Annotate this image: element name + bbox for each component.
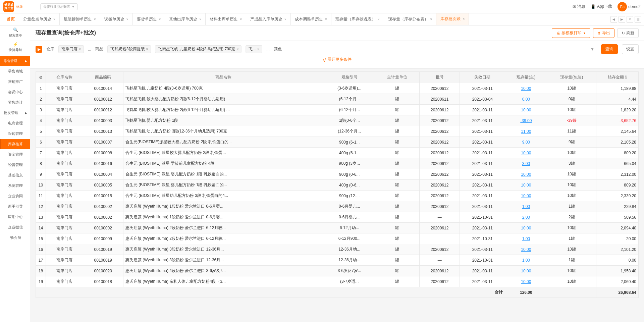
sidebar-item-wholesale[interactable]: 批发管理 ▶	[0, 108, 30, 118]
tab-close[interactable]: ×	[284, 17, 286, 21]
cell-qty[interactable]: 1.00	[505, 255, 547, 266]
sidebar-item-retail-mall[interactable]: 零售商城	[0, 66, 30, 76]
cell-qty[interactable]: -39.00	[505, 115, 547, 126]
sidebar-item-app-center[interactable]: 应用中心	[0, 212, 30, 222]
filter-expand-icon[interactable]: ▶	[36, 46, 42, 53]
tab-close[interactable]: ×	[463, 17, 465, 21]
tab-close[interactable]: ×	[199, 17, 201, 21]
tab-xiancunliang-zhuangkuang[interactable]: 现存量（库存状况表）×	[331, 13, 384, 25]
sidebar-item-system[interactable]: 系统管理	[0, 180, 30, 191]
warehouse-ellipsis[interactable]: ...	[88, 47, 91, 52]
goods-tag-close-2[interactable]: ×	[236, 47, 238, 51]
tab-xiancunliang-fenbu[interactable]: 现存量（库存分布表）×	[384, 13, 437, 25]
tab-diaobo[interactable]: 调拨单历史 ×	[100, 13, 133, 25]
settings-btn[interactable]: 设置	[622, 44, 639, 54]
tab-home[interactable]: 首页	[3, 13, 19, 25]
sidebar-item-purchase[interactable]: 采购管理	[0, 128, 30, 139]
refresh-btn[interactable]: ↻ 刷新	[617, 28, 639, 38]
goods-ellipsis[interactable]: ...	[266, 47, 270, 52]
cell-batch: —	[420, 212, 460, 223]
cell-amount: 509.56	[596, 212, 639, 223]
tab-chengpinruku[interactable]: 产成品入库单历史 ×	[246, 13, 291, 25]
cell-batch: 20200612	[420, 158, 460, 169]
tab-close[interactable]: ×	[126, 17, 128, 21]
cell-pkg: 1罐	[547, 201, 596, 212]
tab-close-btn[interactable]: ×	[627, 16, 633, 23]
goods-tag-close-3[interactable]: ×	[257, 47, 259, 51]
user-area[interactable]: Ea demo2	[618, 2, 641, 11]
sidebar-item-membership[interactable]: 会员中心	[0, 87, 30, 97]
tab-yaohuo[interactable]: 要货单历史 ×	[133, 13, 165, 25]
sidebar-item-enterprise[interactable]: 企业协同	[0, 191, 30, 201]
col-batch: 批号	[420, 72, 460, 83]
tab-close[interactable]: ×	[94, 17, 96, 21]
warehouse-tag-close[interactable]: ×	[79, 47, 81, 51]
goods-tag-close-1[interactable]: ×	[146, 47, 148, 51]
sidebar-item-finance[interactable]: 资金管理	[0, 149, 30, 160]
filter-toggle[interactable]: ▶	[36, 46, 42, 53]
tab-more-btn[interactable]: ☰	[635, 16, 641, 23]
search-btn[interactable]: 查询	[601, 44, 618, 54]
cell-code: 00100005	[83, 180, 123, 191]
tab-close[interactable]: ×	[53, 17, 55, 21]
cell-qty[interactable]: 11.00	[505, 126, 547, 137]
sidebar-item-member[interactable]: 畅会员	[0, 232, 30, 243]
cell-qty[interactable]: 10.00	[505, 266, 547, 276]
sidebar-item-basic-info[interactable]: 基础信息	[0, 170, 30, 180]
quick-nav[interactable]: ⚡ 快捷导航	[0, 40, 30, 54]
col-settings[interactable]: ⚙	[36, 72, 46, 83]
cell-qty[interactable]: 1.00	[505, 201, 547, 212]
filter-row: ▶ 仓库 南岸门店 × ... 商品 飞鹤奶粉3段两提装 × 飞鹤星飞帆 儿童奶…	[36, 44, 639, 54]
app-download-btn[interactable]: 📱 App下载	[591, 4, 612, 9]
sidebar-item-newbie[interactable]: 新手引导	[0, 201, 30, 212]
table-row: 2南岸门店00100012飞鹤星飞帆 较大婴儿配方奶粉 2段(6-12个月婴幼儿…	[36, 94, 639, 105]
cell-qty[interactable]: 10.00	[505, 148, 547, 158]
cell-qty[interactable]: 2.00	[505, 212, 547, 223]
goods-filter-tag-2[interactable]: 飞鹤星飞帆 儿童奶粉 4段(3-6岁适用) 700克 ×	[155, 45, 241, 53]
cell-qty[interactable]: 10.00	[505, 169, 547, 180]
sidebar-item-marketing[interactable]: 营销推广	[0, 76, 30, 87]
cell-qty[interactable]: 10.00	[505, 276, 547, 287]
tab-close[interactable]: ×	[325, 17, 327, 21]
tab-next-btn[interactable]: ▶	[619, 16, 625, 23]
search-menu[interactable]: 🔍 搜索菜单	[0, 25, 30, 40]
tab-close[interactable]: ×	[240, 17, 242, 21]
tab-pizhang[interactable]: 库存批次账 ×	[436, 13, 469, 25]
cell-spec: 900g (0-6...	[324, 169, 375, 180]
cell-qty[interactable]: 10.00	[505, 191, 547, 201]
tab-zuzhuangchaijian[interactable]: 组装拆卸单历史 ×	[60, 13, 100, 25]
color-dropdown[interactable]: ▼	[590, 47, 594, 52]
tab-chengbentiaozheng[interactable]: 成本调整单历史 ×	[291, 13, 331, 25]
sidebar-item-retail-management[interactable]: 零售管理 ▶	[0, 56, 30, 66]
tab-fenliangpandian[interactable]: 分量盘点单历史 ×	[19, 13, 60, 25]
sidebar-item-retail-stats[interactable]: 零售统计	[0, 97, 30, 108]
sidebar-item-wechat[interactable]: 企业微信	[0, 222, 30, 232]
export-btn[interactable]: ⬆ 导出	[593, 28, 614, 38]
sidebar-item-inventory[interactable]: 库存核算	[0, 139, 30, 149]
expand-conditions-btn[interactable]: ⋁ 展开更多条件	[36, 57, 639, 62]
tab-cailiaochuku[interactable]: 材料出库单历史 ×	[206, 13, 246, 25]
cell-qty[interactable]: 0.00	[505, 94, 547, 105]
goods-filter-tag-1[interactable]: 飞鹤奶粉3段两提装 ×	[107, 45, 151, 53]
tab-close[interactable]: ×	[430, 17, 432, 21]
goods-filter-tag-3[interactable]: 飞... ×	[246, 45, 262, 53]
warehouse-filter-tag[interactable]: 南岸门店 ×	[58, 45, 84, 53]
tab-qitachuku[interactable]: 其他出库单历史 ×	[165, 13, 206, 25]
tab-prev-btn[interactable]: ◀	[610, 16, 617, 23]
tab-close[interactable]: ×	[159, 17, 161, 21]
cell-batch: 20200612	[420, 180, 460, 191]
cell-qty[interactable]: 10.00	[505, 180, 547, 191]
cell-qty[interactable]: 9.00	[505, 137, 547, 148]
cell-qty[interactable]: 1.00	[505, 233, 547, 244]
messages-btn[interactable]: ✉ 消息	[573, 4, 585, 9]
sidebar-item-ecommerce[interactable]: 电商管理	[0, 118, 30, 128]
tab-close[interactable]: ×	[378, 17, 380, 21]
company-selector[interactable]: 母婴行业演示账套 ▼	[40, 3, 78, 10]
cell-qty[interactable]: 10.00	[505, 223, 547, 233]
cell-qty[interactable]: 10.00	[505, 244, 547, 255]
sidebar-item-operations[interactable]: 经营管理	[0, 160, 30, 170]
print-btn[interactable]: 🖨 按模板打印 ▼	[552, 28, 590, 38]
cell-qty[interactable]: 10.00	[505, 105, 547, 115]
cell-qty[interactable]: 3.00	[505, 158, 547, 169]
cell-qty[interactable]: 10.00	[505, 83, 547, 94]
